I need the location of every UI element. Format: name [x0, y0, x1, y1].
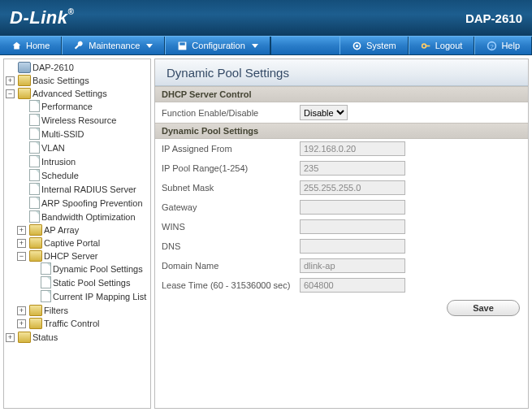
domain-label: Domain Name — [162, 261, 300, 271]
tree-vlan[interactable]: VLAN — [15, 141, 150, 154]
tree-ap-array[interactable]: +AP Array — [15, 224, 150, 236]
tree-root[interactable]: DAP-2610 — [4, 62, 150, 73]
page-icon — [29, 197, 40, 209]
section-dhcp-control: DHCP Server Control — [155, 86, 528, 102]
pool-range-label: IP Pool Range(1-254) — [162, 163, 300, 173]
tree-root-label: DAP-2610 — [32, 63, 74, 72]
expand-icon[interactable]: + — [6, 333, 15, 342]
dns-label: DNS — [162, 241, 300, 251]
folder-icon — [29, 305, 42, 316]
device-icon — [18, 62, 31, 73]
page-icon — [41, 276, 51, 288]
tree-advanced-label: Advanced Settings — [32, 89, 107, 98]
menu-configuration[interactable]: Configuration — [165, 37, 270, 54]
folder-icon — [18, 332, 31, 343]
content-panel: Dynamic Pool Settings DHCP Server Contro… — [154, 59, 529, 409]
tree-intrusion[interactable]: Intrusion — [15, 155, 150, 167]
svg-point-3 — [356, 44, 358, 46]
tree-schedule[interactable]: Schedule — [15, 169, 150, 181]
page-icon — [29, 183, 40, 195]
page-icon — [29, 155, 40, 167]
domain-input[interactable] — [300, 258, 405, 273]
expand-icon[interactable]: + — [17, 226, 26, 235]
page-icon — [29, 100, 40, 112]
tree-basic-label: Basic Settings — [32, 76, 89, 85]
subnet-input[interactable] — [300, 180, 405, 195]
menu-configuration-label: Configuration — [192, 41, 244, 50]
model-label: DAP-2610 — [465, 11, 522, 25]
folder-icon — [29, 318, 42, 329]
tree-static-pool[interactable]: Static Pool Settings — [27, 276, 150, 288]
svg-rect-1 — [180, 42, 186, 45]
dns-input[interactable] — [300, 239, 405, 254]
expand-icon[interactable]: + — [17, 239, 26, 248]
ip-from-label: IP Assigned From — [162, 144, 300, 154]
collapse-icon[interactable]: − — [17, 252, 26, 261]
page-icon — [41, 290, 51, 302]
collapse-icon[interactable]: − — [6, 89, 15, 98]
tree-status[interactable]: +Status — [4, 332, 150, 343]
menu-system[interactable]: System — [340, 37, 409, 54]
tree-internal-radius[interactable]: Internal RADIUS Server — [15, 183, 150, 195]
tree-basic-settings[interactable]: +Basic Settings — [4, 75, 150, 86]
tree-arp-spoofing[interactable]: ARP Spoofing Prevention — [15, 197, 150, 209]
lease-input[interactable] — [300, 278, 405, 293]
tree-bandwidth-opt[interactable]: Bandwidth Optimization — [15, 210, 150, 223]
page-icon — [41, 262, 51, 275]
gear-icon — [352, 41, 362, 51]
header: D-Link® DAP-2610 — [0, 0, 532, 36]
wrench-icon — [74, 41, 84, 51]
tree-performance[interactable]: Performance — [15, 100, 150, 112]
tree-filters[interactable]: +Filters — [15, 305, 150, 316]
sidebar: DAP-2610 +Basic Settings −Advanced Setti… — [3, 59, 151, 409]
folder-icon — [18, 88, 31, 99]
ip-from-input[interactable] — [300, 141, 405, 156]
tree-multi-ssid[interactable]: Multi-SSID — [15, 128, 150, 140]
help-icon: ? — [487, 41, 497, 51]
menu-home[interactable]: Home — [0, 37, 62, 54]
tree-dhcp-server[interactable]: −DHCP Server — [15, 250, 150, 262]
wins-input[interactable] — [300, 219, 405, 234]
page-icon — [29, 141, 40, 154]
folder-icon — [18, 75, 31, 86]
subnet-label: Subnet Mask — [162, 183, 300, 193]
tree-wireless-resource[interactable]: Wireless Resource — [15, 114, 150, 126]
tree-dynamic-pool[interactable]: Dynamic Pool Settings — [27, 262, 150, 275]
save-button[interactable]: Save — [447, 300, 520, 316]
folder-icon — [29, 237, 42, 249]
save-icon — [177, 41, 188, 51]
gateway-input[interactable] — [300, 200, 405, 215]
key-icon — [421, 41, 431, 51]
svg-rect-5 — [425, 45, 430, 46]
page-icon — [29, 169, 40, 181]
page-icon — [29, 114, 40, 126]
expand-icon[interactable]: + — [17, 306, 26, 315]
menu-system-label: System — [366, 41, 396, 50]
folder-icon — [29, 250, 42, 262]
page-icon — [29, 128, 40, 140]
menu-maintenance[interactable]: Maintenance — [62, 37, 165, 54]
function-enable-label: Function Enable/Disable — [162, 108, 300, 118]
pool-range-input[interactable] — [300, 161, 405, 176]
tree-status-label: Status — [32, 332, 58, 342]
tree-advanced-settings[interactable]: −Advanced Settings — [4, 88, 150, 99]
folder-icon — [29, 224, 42, 236]
expand-icon[interactable]: + — [17, 319, 26, 328]
tree-captive-portal[interactable]: +Captive Portal — [15, 237, 150, 249]
page-title: Dynamic Pool Settings — [155, 59, 528, 86]
gateway-label: Gateway — [162, 202, 300, 212]
function-enable-select[interactable]: Disable — [300, 105, 348, 120]
page-icon — [29, 210, 40, 223]
tree-traffic-control[interactable]: +Traffic Control — [15, 318, 150, 329]
tree-ip-mapping-list[interactable]: Current IP Mapping List — [27, 290, 150, 302]
svg-text:?: ? — [491, 42, 495, 50]
menu-maintenance-label: Maintenance — [89, 41, 140, 50]
menu-home-label: Home — [26, 41, 50, 50]
section-dynamic-pool: Dynamic Pool Settings — [155, 123, 528, 139]
menu-help-label: Help — [501, 41, 520, 50]
menu-help[interactable]: ? Help — [474, 37, 532, 54]
menu-logout[interactable]: Logout — [409, 37, 475, 54]
menu-logout-label: Logout — [435, 41, 463, 50]
expand-icon[interactable]: + — [6, 76, 15, 85]
wins-label: WINS — [162, 222, 300, 232]
